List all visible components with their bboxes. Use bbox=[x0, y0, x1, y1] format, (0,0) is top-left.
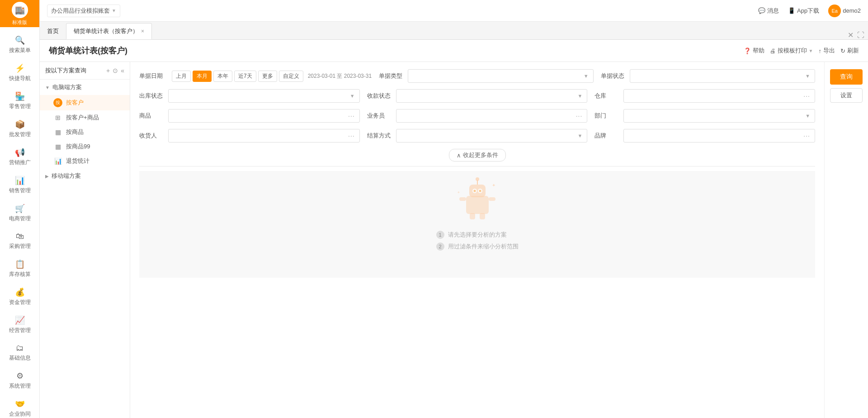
page-title: 销货单统计表(按客户) bbox=[49, 45, 127, 56]
message-btn[interactable]: 💬 消息 bbox=[758, 7, 779, 15]
collapse-scheme-icon[interactable]: « bbox=[121, 67, 124, 74]
close-window-icon[interactable]: ✕ bbox=[848, 31, 854, 39]
consignee-select[interactable]: ··· bbox=[168, 129, 360, 142]
consignee-label: 收货人 bbox=[139, 132, 165, 140]
sidebar-item-retail[interactable]: 🏪 零售管理 bbox=[0, 87, 39, 115]
sidebar-item-label: 经营管理 bbox=[9, 327, 31, 334]
help-btn[interactable]: ❓ 帮助 bbox=[744, 47, 764, 55]
salesperson-label: 业务员 bbox=[367, 112, 392, 120]
collapse-row: ∧ 收起更多条件 bbox=[139, 149, 815, 162]
search-icon: 🔍 bbox=[15, 35, 25, 45]
avatar-text: Ea bbox=[832, 8, 838, 14]
edit-scheme-icon[interactable]: ⊙ bbox=[113, 67, 118, 74]
empty-illustration: ✦ ✦ bbox=[450, 171, 505, 225]
scheme-bar-icon: ⊞ bbox=[53, 114, 62, 121]
order-status-select[interactable]: ▼ bbox=[630, 69, 815, 83]
scheme-item-by-customer[interactable]: 按 按客户 bbox=[40, 95, 130, 110]
query-button[interactable]: 查询 bbox=[830, 69, 863, 85]
tab-sales-stats[interactable]: 销货单统计表（按客户） × bbox=[66, 23, 152, 39]
sidebar-item-ecommerce[interactable]: 🛒 电商管理 bbox=[0, 199, 39, 227]
sidebar-item-quicknav[interactable]: ⚡ 快捷导航 bbox=[0, 59, 39, 87]
date-buttons: 上月 本月 本年 近7天 更多 自定义 2023-03-01 至 2023-03… bbox=[172, 71, 372, 82]
out-status-label: 出库状态 bbox=[139, 92, 165, 100]
warehouse-select[interactable]: ··· bbox=[623, 89, 815, 103]
scheme-item-label: 退货统计 bbox=[66, 157, 90, 165]
out-status-select[interactable]: ▼ bbox=[168, 89, 360, 103]
svg-rect-10 bbox=[470, 213, 475, 219]
sidebar-item-purchase[interactable]: 🛍 采购管理 bbox=[0, 227, 39, 255]
fullscreen-controls: ✕ ⛶ bbox=[848, 31, 864, 39]
date-btn-7days[interactable]: 近7天 bbox=[234, 71, 256, 82]
basicinfo-icon: 🗂 bbox=[16, 343, 24, 353]
order-type-select[interactable]: ▼ bbox=[408, 69, 593, 83]
filter-row-2: 出库状态 ▼ 收款状态 ▼ 仓库 bbox=[139, 89, 815, 103]
scheme-item-customer-goods[interactable]: ⊞ 按客户+商品 bbox=[40, 110, 130, 125]
sidebar-item-operations[interactable]: 📈 经营管理 bbox=[0, 311, 39, 339]
date-btn-this-month[interactable]: 本月 bbox=[193, 71, 212, 82]
desktop-group-header[interactable]: ▼ 电脑端方案 bbox=[40, 80, 130, 95]
svg-point-4 bbox=[473, 190, 476, 192]
department-select[interactable]: ▼ bbox=[623, 109, 815, 123]
refresh-btn[interactable]: ↻ 刷新 bbox=[840, 47, 859, 55]
export-btn[interactable]: ↑ 导出 bbox=[819, 47, 835, 55]
scheme-header: 按以下方案查询 + ⊙ « bbox=[40, 62, 130, 80]
date-btn-custom[interactable]: 自定义 bbox=[279, 71, 303, 82]
desktop-group-label: 电脑端方案 bbox=[52, 83, 82, 91]
tab-home[interactable]: 首页 bbox=[40, 23, 66, 39]
sidebar-item-system[interactable]: ⚙ 系统管理 bbox=[0, 366, 39, 394]
empty-tips: 1 请先选择要分析的方案 2 用过滤条件来缩小分析范围 bbox=[436, 231, 519, 251]
scheme-bar2-icon: 📊 bbox=[53, 157, 62, 165]
mobile-group-header[interactable]: ▶ 移动端方案 bbox=[40, 168, 130, 184]
settlement-select[interactable]: ▼ bbox=[396, 129, 588, 142]
sidebar-item-finance[interactable]: 💰 资金管理 bbox=[0, 283, 39, 311]
svg-rect-8 bbox=[459, 197, 466, 201]
date-btn-more[interactable]: 更多 bbox=[258, 71, 277, 82]
sidebar-item-inventory[interactable]: 📋 库存核算 bbox=[0, 255, 39, 283]
content-body: 按以下方案查询 + ⊙ « ▼ 电脑端方案 按 bbox=[40, 62, 868, 418]
help-icon: ❓ bbox=[744, 48, 751, 54]
brand-label: 品牌 bbox=[594, 132, 620, 140]
collapse-filter-btn[interactable]: ∧ 收起更多条件 bbox=[449, 149, 506, 162]
settings-button[interactable]: 设置 bbox=[830, 88, 863, 103]
date-btn-this-year[interactable]: 本年 bbox=[213, 71, 232, 82]
add-scheme-icon[interactable]: + bbox=[106, 67, 110, 74]
brand-select[interactable]: ··· bbox=[623, 129, 815, 142]
tab-close-icon[interactable]: × bbox=[141, 28, 144, 34]
collapse-label: 收起更多条件 bbox=[463, 151, 498, 159]
company-name: 办公用品行业模拟账套 bbox=[51, 7, 110, 15]
chevron-down-icon6: ▼ bbox=[577, 133, 582, 138]
topbar-left: 办公用品行业模拟账套 ▼ bbox=[47, 5, 120, 17]
page-content: 销货单统计表(按客户) ❓ 帮助 🖨 按模板打印 ▼ ↑ 导出 ↻ 刷新 bbox=[40, 40, 868, 418]
date-btn-last-month[interactable]: 上月 bbox=[172, 71, 191, 82]
scheme-item-by-goods-99[interactable]: ▦ 按商品99 bbox=[40, 139, 130, 154]
svg-text:✦: ✦ bbox=[457, 190, 460, 195]
svg-point-5 bbox=[479, 190, 481, 192]
filter-panel: 单据日期 上月 本月 本年 近7天 更多 自定义 2023-03-01 至 20… bbox=[130, 62, 824, 418]
chevron-down-icon5: ▼ bbox=[805, 113, 810, 119]
salesperson-select[interactable]: ··· bbox=[396, 109, 588, 123]
more-options-icon: ··· bbox=[803, 92, 810, 100]
svg-rect-1 bbox=[469, 185, 486, 197]
sidebar-item-label: 零售管理 bbox=[9, 103, 31, 110]
help-label: 帮助 bbox=[753, 47, 764, 55]
company-selector[interactable]: 办公用品行业模拟账套 ▼ bbox=[47, 5, 120, 17]
sidebar-item-collab[interactable]: 🤝 企业协同 bbox=[0, 394, 39, 418]
goods-select[interactable]: ··· bbox=[168, 109, 360, 123]
print-btn[interactable]: 🖨 按模板打印 ▼ bbox=[770, 47, 813, 55]
empty-state: ✦ ✦ 1 请先选择要分析的方案 2 用过滤条件来缩小分析范围 bbox=[139, 171, 815, 278]
sidebar-item-sales[interactable]: 📊 销售管理 bbox=[0, 171, 39, 199]
receipt-status-label: 收款状态 bbox=[367, 92, 392, 100]
app-download-btn[interactable]: 📱 App下载 bbox=[788, 7, 819, 15]
brand-more-icon: ··· bbox=[803, 132, 810, 139]
receipt-status-select[interactable]: ▼ bbox=[396, 89, 588, 103]
sidebar-item-wholesale[interactable]: 📦 批发管理 bbox=[0, 115, 39, 143]
sidebar-item-marketing[interactable]: 📢 营销推广 bbox=[0, 143, 39, 171]
app-logo: 🏬 标准版 bbox=[0, 0, 40, 27]
fullscreen-icon[interactable]: ⛶ bbox=[857, 31, 864, 39]
scheme-item-return-stats[interactable]: 📊 退货统计 bbox=[40, 154, 130, 168]
avatar: Ea bbox=[828, 5, 841, 17]
sidebar-item-basicinfo[interactable]: 🗂 基础信息 bbox=[0, 339, 39, 366]
user-profile[interactable]: Ea demo2 bbox=[828, 5, 861, 17]
scheme-item-by-goods[interactable]: ▦ 按商品 bbox=[40, 125, 130, 139]
sidebar-item-search[interactable]: 🔍 搜索菜单 bbox=[0, 31, 39, 59]
